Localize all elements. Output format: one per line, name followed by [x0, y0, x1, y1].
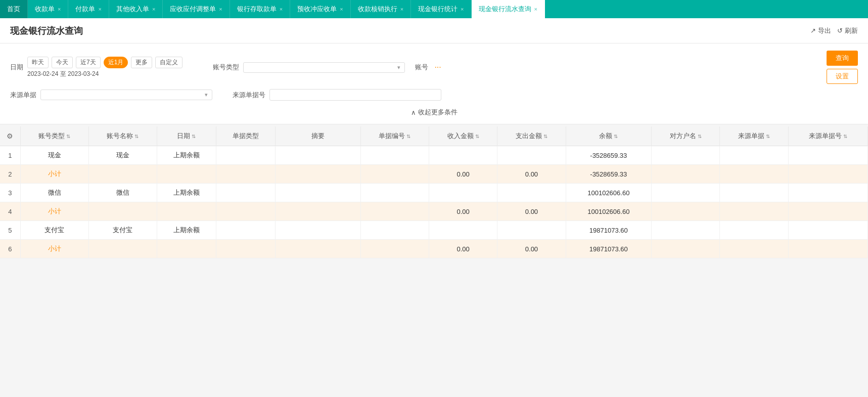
- account-type-label: 账号类型: [213, 63, 239, 72]
- sort-icon: ⇅: [766, 134, 770, 139]
- sort-icon: ⇅: [698, 134, 702, 139]
- close-icon[interactable]: ×: [340, 6, 343, 12]
- collapse-row: ∧ 收起更多条件: [10, 106, 858, 119]
- top-nav: 首页 收款单 × 付款单 × 其他收入单 × 应收应付调整单 × 银行存取款单 …: [0, 0, 868, 18]
- sort-icon: ⇅: [406, 134, 410, 139]
- date-btn-more[interactable]: 更多: [131, 57, 152, 68]
- export-icon: ↗: [810, 27, 816, 34]
- source-doc-no-label: 来源单据号: [233, 91, 265, 100]
- date-filter: 日期 昨天 今天 近7天 近1月 更多 自定义 2023-02-24 至 202…: [10, 57, 182, 78]
- export-button[interactable]: ↗ 导出: [810, 26, 831, 35]
- filter-area: 日期 昨天 今天 近7天 近1月 更多 自定义 2023-02-24 至 202…: [0, 43, 868, 124]
- table-row: 4小计0.000.00100102606.60: [0, 202, 868, 221]
- stats-tab-label: 现金银行统计: [418, 5, 458, 14]
- source-doc-no-input[interactable]: [269, 89, 441, 101]
- adjustment-tab-label: 应收应付调整单: [170, 5, 216, 14]
- account-type-select[interactable]: ▾: [243, 62, 405, 73]
- th-account-name[interactable]: 账号名称⇅: [88, 126, 157, 146]
- account-label: 账号: [415, 63, 428, 72]
- cashflow-tab-label: 现金银行流水查询: [479, 5, 531, 14]
- table-header-row: ⚙ 账号类型⇅ 账号名称⇅ 日期⇅ 单据类型 摘要 单据编号⇅ 收入金额⇅: [0, 126, 868, 146]
- date-btn-today[interactable]: 今天: [52, 57, 73, 68]
- nav-tab-verify[interactable]: 收款核销执行 ×: [351, 0, 411, 18]
- th-expense[interactable]: 支出金额⇅: [497, 126, 566, 146]
- date-label: 日期: [10, 63, 23, 72]
- nav-tab-cashflow[interactable]: 现金银行流水查询 ×: [472, 0, 545, 18]
- account-filter: 账号 ···: [415, 63, 443, 72]
- settings-icon: ⚙: [7, 132, 13, 140]
- th-account-type[interactable]: 账号类型⇅: [20, 126, 88, 146]
- bank-deposit-tab-label: 银行存取款单: [237, 5, 277, 14]
- table-row: 6小计0.000.0019871073.60: [0, 240, 868, 258]
- table-row: 1现金现金上期余额-3528659.33: [0, 146, 868, 165]
- nav-tab-bank-deposit[interactable]: 银行存取款单 ×: [230, 0, 290, 18]
- nav-tab-other-income[interactable]: 其他收入单 ×: [109, 0, 163, 18]
- table-container: ⚙ 账号类型⇅ 账号名称⇅ 日期⇅ 单据类型 摘要 单据编号⇅ 收入金额⇅: [0, 126, 868, 258]
- action-buttons: 查询 设置: [827, 51, 858, 84]
- refresh-button[interactable]: ↺ 刷新: [837, 26, 858, 35]
- close-icon[interactable]: ×: [534, 6, 537, 12]
- sort-icon: ⇅: [843, 134, 847, 139]
- sort-icon: ⇅: [192, 134, 196, 139]
- nav-tab-prepay[interactable]: 预收冲应收单 ×: [290, 0, 350, 18]
- th-source-doc[interactable]: 来源单据⇅: [720, 126, 788, 146]
- close-icon[interactable]: ×: [461, 6, 464, 12]
- date-btn-yesterday[interactable]: 昨天: [27, 57, 49, 68]
- nav-tab-adjustment[interactable]: 应收应付调整单 ×: [163, 0, 230, 18]
- th-doc-no[interactable]: 单据编号⇅: [360, 126, 429, 146]
- nav-tab-payment[interactable]: 付款单 ×: [68, 0, 109, 18]
- close-icon[interactable]: ×: [280, 6, 283, 12]
- table-row: 2小计0.000.00-3528659.33: [0, 165, 868, 184]
- date-btn-1month[interactable]: 近1月: [104, 57, 128, 68]
- export-label: 导出: [818, 26, 831, 35]
- data-table: ⚙ 账号类型⇅ 账号名称⇅ 日期⇅ 单据类型 摘要 单据编号⇅ 收入金额⇅: [0, 126, 868, 258]
- close-icon[interactable]: ×: [58, 6, 61, 12]
- date-btn-7days[interactable]: 近7天: [76, 57, 101, 68]
- th-summary: 摘要: [275, 126, 360, 146]
- th-date[interactable]: 日期⇅: [157, 126, 216, 146]
- th-gear[interactable]: ⚙: [0, 126, 20, 146]
- page-header: 现金银行流水查询 ↗ 导出 ↺ 刷新: [0, 18, 868, 43]
- close-icon[interactable]: ×: [400, 6, 403, 12]
- date-col: 昨天 今天 近7天 近1月 更多 自定义 2023-02-24 至 2023-0…: [27, 57, 182, 78]
- sort-icon: ⇅: [543, 134, 547, 139]
- close-icon[interactable]: ×: [98, 6, 101, 12]
- th-source-doc-no[interactable]: 来源单据号⇅: [788, 126, 867, 146]
- th-income[interactable]: 收入金额⇅: [429, 126, 497, 146]
- sort-icon: ⇅: [614, 134, 618, 139]
- filter-row-2: 来源单据 ▾ 来源单据号: [10, 89, 858, 101]
- close-icon[interactable]: ×: [152, 6, 155, 12]
- account-type-filter: 账号类型 ▾: [213, 62, 405, 73]
- receipt-tab-label: 收款单: [35, 5, 55, 14]
- header-actions: ↗ 导出 ↺ 刷新: [810, 26, 858, 35]
- table-row: 5支付宝支付宝上期余额19871073.60: [0, 221, 868, 240]
- refresh-label: 刷新: [845, 26, 858, 35]
- date-options: 昨天 今天 近7天 近1月 更多 自定义: [27, 57, 182, 68]
- date-range-display: 2023-02-24 至 2023-03-24: [27, 70, 182, 78]
- source-doc-select[interactable]: ▾: [40, 90, 212, 100]
- payment-tab-label: 付款单: [75, 5, 95, 14]
- collapse-up-icon: ∧: [411, 109, 416, 116]
- th-counterpart[interactable]: 对方户名⇅: [652, 126, 720, 146]
- close-icon[interactable]: ×: [219, 6, 222, 12]
- nav-tab-home[interactable]: 首页: [0, 0, 28, 18]
- th-balance[interactable]: 余额⇅: [566, 126, 651, 146]
- query-button[interactable]: 查询: [827, 51, 858, 66]
- nav-tab-receipt[interactable]: 收款单 ×: [28, 0, 68, 18]
- sort-icon: ⇅: [475, 134, 479, 139]
- sort-icon: ⇅: [66, 134, 70, 139]
- verify-tab-label: 收款核销执行: [358, 5, 397, 14]
- chevron-down-icon: ▾: [205, 92, 208, 98]
- account-more-button[interactable]: ···: [432, 63, 443, 72]
- home-tab-label: 首页: [7, 5, 20, 14]
- collapse-button[interactable]: ∧ 收起更多条件: [411, 108, 458, 117]
- date-btn-custom[interactable]: 自定义: [155, 57, 182, 68]
- nav-tab-stats[interactable]: 现金银行统计 ×: [411, 0, 471, 18]
- sort-icon: ⇅: [134, 134, 139, 139]
- th-doc-type: 单据类型: [216, 126, 275, 146]
- table-row: 3微信微信上期余额100102606.60: [0, 184, 868, 202]
- settings-button[interactable]: 设置: [827, 69, 858, 84]
- other-income-tab-label: 其他收入单: [116, 5, 149, 14]
- source-doc-no-filter: 来源单据号: [233, 89, 441, 101]
- table-body: 1现金现金上期余额-3528659.332小计0.000.00-3528659.…: [0, 146, 868, 258]
